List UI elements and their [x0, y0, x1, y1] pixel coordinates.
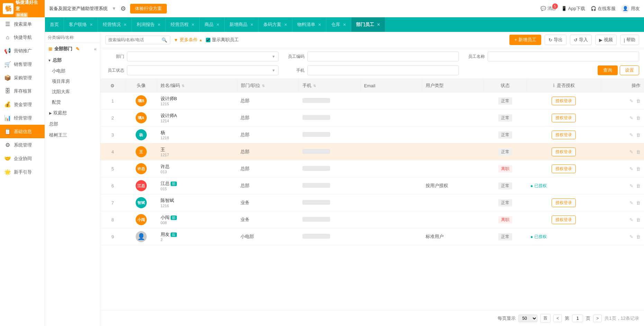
close-material-list-tab[interactable]: ✕ — [318, 23, 321, 27]
close-barcode-tab[interactable]: ✕ — [284, 23, 287, 27]
topbar-dropdown-arrow[interactable]: ▼ — [112, 6, 116, 11]
tree-item-delivery[interactable]: 配货 — [45, 97, 100, 107]
delete-icon[interactable]: 🗑 — [636, 183, 641, 188]
delete-icon[interactable]: 🗑 — [636, 149, 641, 155]
tree-item-shuangting[interactable]: ▶双庭想 — [45, 107, 100, 118]
close-operation-status-tab[interactable]: ✕ — [124, 23, 127, 27]
close-profit-tab[interactable]: ✕ — [157, 23, 161, 27]
filter-name-input[interactable] — [488, 52, 639, 61]
query-button[interactable]: 查询 — [598, 65, 618, 75]
filter-phone-input[interactable] — [307, 65, 459, 75]
auth-login-button[interactable]: 授权登录 — [552, 165, 576, 173]
gear-button[interactable]: ⚙ — [119, 5, 127, 12]
user-btn[interactable]: 👤 用友 — [621, 5, 640, 13]
edit-icon[interactable]: ✎ — [629, 217, 633, 222]
trial-button[interactable]: 体验行业方案 — [130, 4, 167, 14]
edit-icon[interactable]: ✎ — [629, 132, 633, 138]
filter-status-select[interactable]: ▼ — [127, 65, 279, 75]
sidebar-item-guide[interactable]: 🌟 新手引导 — [0, 165, 45, 179]
tab-warehouse[interactable]: 仓库 ✕ — [326, 17, 351, 32]
close-warehouse-tab[interactable]: ✕ — [343, 23, 346, 27]
auth-login-button[interactable]: 授权登录 — [552, 199, 576, 207]
tree-collapse-icon[interactable]: « — [94, 46, 97, 52]
edit-icon[interactable]: ✎ — [629, 149, 633, 155]
th-name[interactable]: 姓名/编码 ⇅ — [157, 79, 237, 92]
delete-icon[interactable]: 🗑 — [636, 217, 641, 222]
close-operation-history-tab[interactable]: ✕ — [191, 23, 194, 27]
import-button[interactable]: ↺ 导入 — [570, 35, 592, 45]
tree-search-input[interactable] — [48, 35, 100, 40]
edit-icon[interactable]: ✎ — [629, 166, 633, 171]
help-button[interactable]: | 帮助 — [620, 35, 639, 45]
auth-login-button[interactable]: 授权登录 — [552, 131, 576, 139]
tree-group-headquarters[interactable]: ▼ 总部 — [45, 55, 100, 66]
view-button[interactable]: ▶ 视频 — [595, 35, 617, 45]
app-download-btn[interactable]: 📱 App下载 — [561, 6, 585, 12]
page-number-input[interactable] — [572, 315, 583, 322]
sidebar-item-marketing[interactable]: 📢 营销推广 — [0, 44, 45, 58]
add-employee-button[interactable]: + 新增员工 — [509, 35, 541, 45]
close-customer-tab[interactable]: ✕ — [90, 23, 93, 27]
tab-add-product[interactable]: 新增商品 ✕ — [225, 17, 258, 32]
tab-home[interactable]: 首页 — [45, 17, 64, 32]
filter-search-input[interactable] — [108, 37, 160, 42]
sidebar-item-system[interactable]: ⚙ 系统管理 — [0, 138, 45, 152]
filter-code-input[interactable] — [307, 52, 459, 61]
tab-products[interactable]: 商品 ✕ — [200, 17, 225, 32]
auth-login-button[interactable]: 授权登录 — [552, 148, 576, 156]
th-settings[interactable]: ⚙ — [100, 79, 125, 92]
edit-icon[interactable]: ✎ — [629, 183, 633, 188]
message-icon-btn[interactable]: 💬 消息 5 — [541, 6, 556, 11]
set-button[interactable]: 设置 — [620, 65, 639, 75]
tab-customer[interactable]: 客户联络 ✕ — [64, 17, 98, 32]
tab-material-list[interactable]: 物料清单 ✕ — [292, 17, 326, 32]
prev-page-button[interactable]: < — [553, 315, 562, 322]
sidebar-item-finance[interactable]: 💰 资金管理 — [0, 98, 45, 111]
filter-more-btn[interactable]: ▼ 更多条件 ▲ — [174, 37, 202, 43]
delete-icon[interactable]: 🗑 — [636, 132, 641, 138]
sidebar-item-operation[interactable]: 📊 经营管理 — [0, 111, 45, 125]
online-service-btn[interactable]: 🎧 在线客服 — [591, 6, 616, 12]
first-page-button[interactable]: 首 — [540, 314, 551, 323]
edit-icon[interactable]: ✎ — [629, 200, 633, 205]
tab-operation-history[interactable]: 经营历程 ✕ — [166, 17, 200, 32]
tab-barcode[interactable]: 条码方案 ✕ — [258, 17, 292, 32]
tree-edit-icon[interactable]: ✎ — [76, 46, 80, 52]
tab-operation-status[interactable]: 经营情况 ✕ — [98, 17, 132, 32]
close-department-tab[interactable]: ✕ — [377, 23, 380, 27]
delete-icon[interactable]: 🗑 — [636, 115, 641, 121]
delete-icon[interactable]: 🗑 — [636, 98, 641, 104]
tree-item-headquarters[interactable]: 总部 — [45, 118, 100, 130]
export-button[interactable]: ↻ 导出 — [545, 35, 566, 45]
sidebar-item-sales[interactable]: 🛒 销售管理 — [0, 58, 45, 71]
tab-profit[interactable]: 利润报告 ✕ — [132, 17, 166, 32]
per-page-select[interactable]: 50 100 — [518, 315, 537, 322]
next-page-button[interactable]: > — [593, 315, 602, 322]
tab-department[interactable]: 部门员工 ✕ — [351, 17, 385, 32]
sidebar-item-inventory[interactable]: 🗄 库存核算 — [0, 85, 45, 98]
edit-icon[interactable]: ✎ — [629, 234, 633, 239]
delete-icon[interactable]: 🗑 — [636, 234, 641, 239]
auth-login-button[interactable]: 授权登录 — [552, 114, 576, 122]
sidebar-item-collab[interactable]: 🤝 企业协同 — [0, 152, 45, 165]
delete-icon[interactable]: 🗑 — [636, 200, 641, 205]
tree-item-zhushuwangsan[interactable]: 植树王三 — [45, 130, 100, 141]
tree-item-xiaodian[interactable]: 小电部 — [45, 66, 100, 76]
th-phone[interactable]: 手机 ⇅ — [299, 79, 361, 92]
close-products-tab[interactable]: ✕ — [216, 23, 219, 27]
sidebar-item-quick-nav[interactable]: ⌂ 快捷导航 — [0, 31, 45, 44]
sidebar-item-purchase[interactable]: 📦 采购管理 — [0, 71, 45, 85]
show-resigned-checkbox-label[interactable]: 显示离职员工 — [206, 37, 239, 43]
tree-item-project-warehouse[interactable]: 项目库房 — [45, 76, 100, 87]
edit-icon[interactable]: ✎ — [629, 115, 633, 121]
edit-icon[interactable]: ✎ — [629, 98, 633, 104]
tree-item-shenyang[interactable]: 沈阳大库 — [45, 87, 100, 97]
auth-login-button[interactable]: 授权登录 — [552, 97, 576, 105]
close-add-product-tab[interactable]: ✕ — [250, 23, 253, 27]
filter-dept-select[interactable]: ▼ — [127, 52, 279, 61]
show-resigned-checkbox[interactable] — [206, 38, 210, 42]
auth-login-button[interactable]: 授权登录 — [552, 215, 576, 224]
sidebar-item-basic-info[interactable]: 📋 基础信息 — [0, 125, 45, 138]
th-dept[interactable]: 部门/职位 ⇅ — [237, 79, 299, 92]
sidebar-item-search-menu[interactable]: ☰ 搜索菜单 — [0, 17, 45, 31]
